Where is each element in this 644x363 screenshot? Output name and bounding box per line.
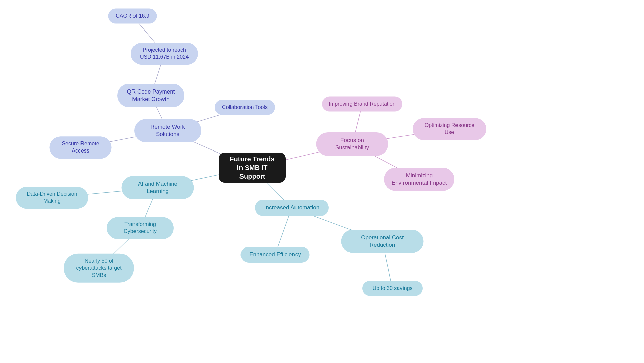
remote-work-node: Remote Work Solutions	[134, 119, 201, 142]
env-impact-node: Minimizing Environmental Impact	[384, 168, 454, 191]
ai-ml-node: AI and Machine Learning	[122, 176, 194, 199]
qr-market-node: QR Code Payment Market Growth	[117, 84, 184, 107]
sustainability-node: Focus on Sustainability	[316, 132, 388, 156]
projected-node: Projected to reach USD 11.67B in 2024	[131, 43, 198, 65]
smb-attack-node: Nearly 50 of cyberattacks target SMBs	[64, 254, 134, 283]
resource-node: Optimizing Resource Use	[413, 118, 486, 140]
efficiency-node: Enhanced Efficiency	[241, 247, 310, 263]
secure-remote-node: Secure Remote Access	[50, 136, 112, 159]
cyber-node: Transforming Cybersecurity	[107, 217, 174, 239]
connection-lines	[0, 0, 644, 363]
savings-node: Up to 30 savings	[362, 281, 423, 296]
center-node: Future Trends in SMB IT Support	[219, 153, 286, 183]
cagr-node: CAGR of 16.9	[108, 9, 157, 24]
mind-map: Future Trends in SMB IT Support Remote W…	[0, 0, 644, 363]
automation-node: Increased Automation	[255, 200, 329, 216]
op-cost-node: Operational Cost Reduction	[341, 230, 424, 253]
data-driven-node: Data-Driven Decision Making	[16, 187, 88, 209]
collab-tools-node: Collaboration Tools	[215, 100, 275, 115]
brand-node: Improving Brand Reputation	[322, 97, 402, 112]
